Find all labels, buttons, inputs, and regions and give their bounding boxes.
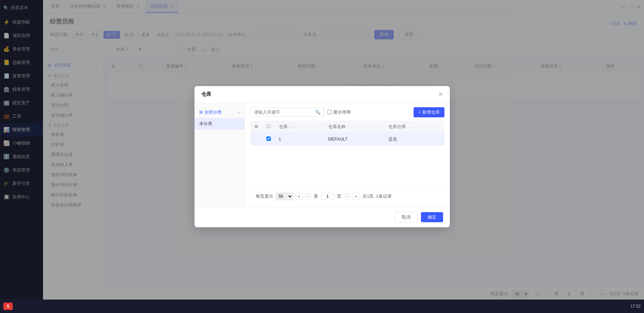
modal-col-id[interactable]: 仓库... ↕ [275,121,324,133]
modal-all-category[interactable]: ⊞ 全部分类 « [195,107,245,118]
modal-toolbar: 🔍 显示停用 + 新增仓库 [250,107,444,117]
modal-page-suffix: 页 [337,193,341,199]
modal-col-settings[interactable]: ⚙ [250,121,262,133]
modal-overlay: 仓库 ✕ ⊞ 全部分类 « 未分类 [0,0,644,313]
row-code: DEFAULT [324,133,384,145]
modal-last-page-btn[interactable]: » [353,193,360,200]
modal-col-checkbox[interactable]: ☐ [262,121,275,133]
modal-page-label: 第 [314,193,318,199]
modal-col-category[interactable]: 仓库分类 ↕ [384,121,444,133]
modal-collapse-icon[interactable]: « [238,110,240,114]
modal-page-input[interactable] [321,193,334,200]
modal-next-page-btn[interactable]: › [344,193,350,200]
row-settings [250,133,262,145]
modal-per-page-label: 每页显示 [256,193,273,199]
modal-col-name[interactable]: 仓库名称 ↕ [324,121,384,133]
row-id: 1 [275,133,324,145]
modal-left-panel: ⊞ 全部分类 « 未分类 [195,103,245,207]
row-select-checkbox[interactable] [266,136,271,141]
modal-confirm-btn[interactable]: 确定 [421,212,443,222]
show-disabled-checkbox[interactable]: 显示停用 [328,109,351,115]
taskbar: S 17:52 [0,300,644,313]
modal-search-box[interactable]: 🔍 [250,108,324,117]
modal-actions: 取消 确定 [195,207,450,227]
modal-title: 仓库 [201,91,211,97]
modal-close-btn[interactable]: ✕ [438,91,443,98]
modal-search-icon: 🔍 [315,110,320,115]
modal-total-label: 共1页, 1条记录 [362,193,392,199]
table-row[interactable]: 1 DEFAULT 总仓 [250,133,444,145]
modal-left-scroll [195,129,245,203]
show-disabled-input[interactable] [328,110,332,114]
taskbar-item-s[interactable]: S [3,303,13,310]
modal-table-wrapper: ⚙ ☐ 仓库... ↕ 仓库名称 ↕ 仓库分类 ↕ 1 [250,121,444,190]
show-disabled-label: 显示停用 [333,109,351,115]
modal-warehouse-table: ⚙ ☐ 仓库... ↕ 仓库名称 ↕ 仓库分类 ↕ 1 [250,121,444,146]
modal-uncategorized[interactable]: 未分类 [195,118,245,129]
modal-cancel-btn[interactable]: 取消 [395,212,418,223]
modal-right-panel: 🔍 显示停用 + 新增仓库 [245,103,450,207]
modal-footer-bar: 每页显示 50 100 « ‹ 第 页 › » 共1页, 1条记录 [250,190,444,203]
modal-per-page-select[interactable]: 50 100 [276,193,293,200]
modal-prev-page-btn[interactable]: ‹ [305,193,311,200]
plus-icon: + [418,110,421,115]
taskbar-time: 17:52 [631,304,641,309]
modal-first-page-btn[interactable]: « [296,193,303,200]
warehouse-modal: 仓库 ✕ ⊞ 全部分类 « 未分类 [195,86,450,227]
modal-body: ⊞ 全部分类 « 未分类 🔍 显示停用 [195,103,450,207]
modal-all-category-label: 全部分类 [204,109,222,115]
modal-search-input[interactable] [254,110,313,115]
grid-icon-modal: ⊞ [199,110,203,115]
add-warehouse-btn[interactable]: + 新增仓库 [414,107,444,117]
modal-uncategorized-label: 未分类 [199,121,212,126]
add-warehouse-label: 新增仓库 [422,109,440,115]
row-name: 总仓 [384,133,444,145]
modal-header: 仓库 ✕ [195,86,450,103]
row-checkbox[interactable] [262,133,275,145]
